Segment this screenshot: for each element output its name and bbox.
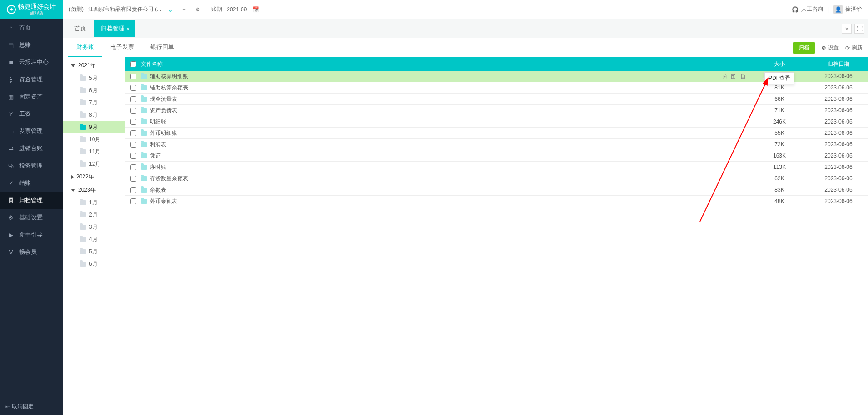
consult-link[interactable]: 🎧 人工咨询 <box>792 5 823 13</box>
row-checkbox[interactable] <box>130 96 136 102</box>
sidebar-item-9[interactable]: ✓结账 <box>0 174 63 192</box>
tree-month-2021年-6月[interactable]: 6月 <box>63 84 125 97</box>
tree-month-2021年-12月[interactable]: 12月 <box>63 158 125 170</box>
row-checkbox[interactable] <box>130 164 136 170</box>
org-name[interactable]: 江西服宝精品有限责任公司 (... <box>88 5 161 13</box>
table-row[interactable]: 外币明细账 55K 2023-06-06 <box>125 128 868 139</box>
sidebar-item-2[interactable]: ≣云报表中心 <box>0 54 63 71</box>
subtab-2[interactable]: 银行回单 <box>142 39 182 57</box>
close-all-tabs-button[interactable]: × <box>842 24 852 34</box>
row-checkbox[interactable] <box>130 85 136 91</box>
subtab-1[interactable]: 电子发票 <box>102 39 142 57</box>
sidebar-item-12[interactable]: ▶新手引导 <box>0 226 63 243</box>
refresh-link[interactable]: ⟳刷新 <box>845 44 863 52</box>
file-date: 2023-06-06 <box>809 96 868 102</box>
tree-month-2021年-5月[interactable]: 5月 <box>63 72 125 84</box>
select-all-checkbox[interactable] <box>130 61 136 67</box>
nav-label: 新手引导 <box>19 231 43 239</box>
sidebar-item-13[interactable]: V畅会员 <box>0 243 63 261</box>
row-checkbox[interactable] <box>130 198 136 204</box>
tree-month-2023年-4月[interactable]: 4月 <box>63 233 125 246</box>
export-pdf-icon[interactable]: 🖺 <box>730 73 736 80</box>
table-row[interactable]: 资产负债表 71K 2023-06-06 <box>125 105 868 116</box>
tree-month-2023年-2月[interactable]: 2月 <box>63 209 125 221</box>
archive-button[interactable]: 归档 <box>793 42 815 54</box>
tree-month-2023年-3月[interactable]: 3月 <box>63 221 125 233</box>
sidebar-item-4[interactable]: ▦固定资产 <box>0 88 63 105</box>
folder-icon <box>80 76 86 81</box>
refresh-icon: ⟳ <box>845 45 850 51</box>
file-date: 2023-06-06 <box>809 153 868 159</box>
table-row[interactable]: 辅助核算明细账 ⎘ 🖺 🗎 16K 2023-06-06 <box>125 71 868 82</box>
period-value[interactable]: 2021-09 <box>227 6 247 13</box>
table-row[interactable]: 序时账 113K 2023-06-06 <box>125 162 868 173</box>
file-size: 246K <box>750 119 809 125</box>
table-row[interactable]: 余额表 83K 2023-06-06 <box>125 184 868 196</box>
subtab-0[interactable]: 财务账 <box>68 39 102 57</box>
file-name: 余额表 <box>150 186 166 194</box>
table-row[interactable]: 存货数量余额表 62K 2023-06-06 <box>125 173 868 184</box>
sidebar-item-8[interactable]: %税务管理 <box>0 157 63 174</box>
nav-label: 首页 <box>19 24 31 32</box>
user-menu[interactable]: 👤 徐泽华 <box>833 5 862 14</box>
tree-month-2021年-8月[interactable]: 8月 <box>63 109 125 121</box>
row-checkbox[interactable] <box>130 119 136 125</box>
tree-year-2021年[interactable]: 2021年 <box>63 59 125 72</box>
fullscreen-button[interactable]: ⛶ <box>854 24 864 34</box>
pdf-view-icon[interactable]: 🗎 <box>740 73 746 80</box>
file-size: 83K <box>750 187 809 193</box>
org-dropdown-icon[interactable]: ⌄ <box>166 6 175 13</box>
sidebar-item-3[interactable]: ₿资金管理 <box>0 71 63 88</box>
tree-month-2021年-11月[interactable]: 11月 <box>63 146 125 158</box>
file-date: 2023-06-06 <box>809 107 868 114</box>
tree-month-2023年-6月[interactable]: 6月 <box>63 258 125 270</box>
calendar-icon[interactable]: 📅 <box>251 5 260 14</box>
folder-icon <box>141 74 147 79</box>
tree-month-2021年-7月[interactable]: 7月 <box>63 97 125 109</box>
row-checkbox[interactable] <box>130 130 136 136</box>
caret-icon <box>71 64 75 67</box>
table-row[interactable]: 现金流量表 66K 2023-06-06 <box>125 94 868 105</box>
tab-archive[interactable]: 归档管理× <box>94 20 135 37</box>
sidebar-item-7[interactable]: ⇄进销台账 <box>0 140 63 157</box>
close-icon[interactable]: × <box>126 26 129 31</box>
tree-month-2023年-1月[interactable]: 1月 <box>63 197 125 209</box>
row-checkbox[interactable] <box>130 108 136 114</box>
settings-link[interactable]: ⚙设置 <box>821 44 839 52</box>
row-checkbox[interactable] <box>130 176 136 182</box>
avatar-icon: 👤 <box>833 5 843 14</box>
period-tree: 2021年5月6月7月8月9月10月11月12月2022年2023年1月2月3月… <box>63 57 125 415</box>
sidebar-item-6[interactable]: ▭发票管理 <box>0 123 63 140</box>
file-date: 2023-06-06 <box>809 198 868 204</box>
sidebar-item-11[interactable]: ⚙基础设置 <box>0 209 63 226</box>
table-row[interactable]: 明细账 246K 2023-06-06 <box>125 116 868 128</box>
sidebar-item-1[interactable]: ▤总账 <box>0 36 63 54</box>
sidebar-item-0[interactable]: ⌂首页 <box>0 19 63 36</box>
row-checkbox[interactable] <box>130 142 136 148</box>
tree-month-2023年-5月[interactable]: 5月 <box>63 246 125 258</box>
add-org-icon[interactable]: ＋ <box>179 5 188 14</box>
sidebar-item-10[interactable]: 🗄归档管理 <box>0 192 63 209</box>
file-name: 序时账 <box>150 163 166 171</box>
file-name: 存货数量余额表 <box>150 175 188 183</box>
sidebar-item-5[interactable]: ¥工资 <box>0 105 63 123</box>
brand: ✦ 畅捷通好会计 旗舰版 <box>0 0 63 19</box>
row-checkbox[interactable] <box>130 74 136 79</box>
table-row[interactable]: 外币余额表 48K 2023-06-06 <box>125 196 868 207</box>
export-xls-icon[interactable]: ⎘ <box>723 73 726 80</box>
tree-year-2023年[interactable]: 2023年 <box>63 183 125 197</box>
table-row[interactable]: 利润表 72K 2023-06-06 <box>125 139 868 150</box>
sidebar: ✦ 畅捷通好会计 旗舰版 ⌂首页▤总账≣云报表中心₿资金管理▦固定资产¥工资▭发… <box>0 0 63 415</box>
row-checkbox[interactable] <box>130 153 136 159</box>
table-row[interactable]: 辅助核算余额表 81K 2023-06-06 <box>125 82 868 94</box>
org-settings-icon[interactable]: ⚙ <box>193 5 202 14</box>
row-checkbox[interactable] <box>130 187 136 193</box>
period-label: 账期 <box>211 5 222 13</box>
tab-home[interactable]: 首页 <box>68 20 93 37</box>
sidebar-footer-toggle[interactable]: ⇤ 取消固定 <box>0 398 63 415</box>
tree-month-2021年-9月[interactable]: 9月 <box>63 121 125 133</box>
tree-year-2022年[interactable]: 2022年 <box>63 170 125 183</box>
subtabs: 财务账电子发票银行回单 归档 ⚙设置 ⟳刷新 <box>63 38 868 57</box>
table-row[interactable]: 凭证 163K 2023-06-06 <box>125 150 868 162</box>
tree-month-2021年-10月[interactable]: 10月 <box>63 133 125 146</box>
